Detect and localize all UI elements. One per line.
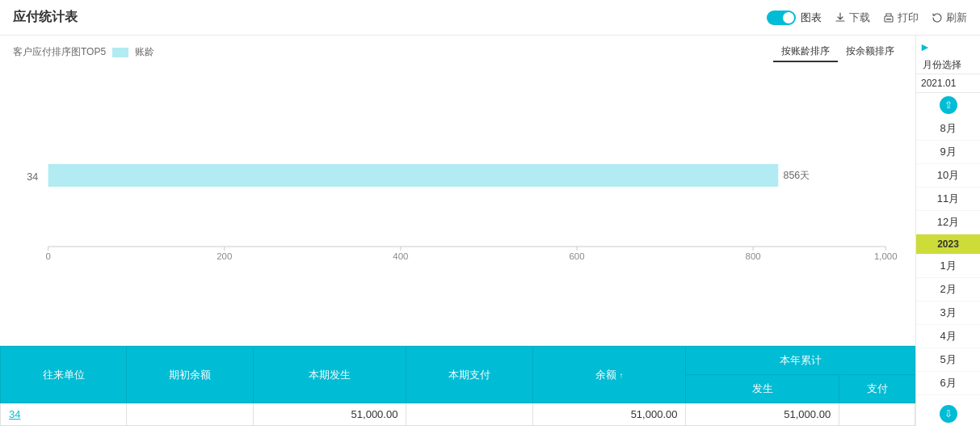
month-item-jan[interactable]: 1月: [916, 255, 980, 278]
th-balance: 余额 ↑: [532, 347, 686, 403]
company-cell[interactable]: 34: [1, 403, 127, 426]
th-ytd-group: 本年累计: [686, 347, 915, 375]
chart-label: 图表: [801, 11, 822, 25]
sidebar-nav-down: ⇩: [916, 402, 980, 426]
month-item-dec[interactable]: 12月: [916, 211, 980, 234]
svg-text:34: 34: [27, 171, 38, 183]
svg-text:400: 400: [393, 251, 408, 261]
th-opening-balance: 期初余额: [127, 347, 253, 403]
month-item-mar[interactable]: 3月: [916, 302, 980, 325]
period-pay-cell: [406, 403, 532, 426]
svg-rect-1: [886, 19, 891, 20]
month-item-oct[interactable]: 10月: [916, 164, 980, 188]
th-period-pay: 本期支付: [406, 347, 532, 403]
svg-text:856天: 856天: [784, 170, 810, 181]
table-section: 往来单位 期初余额 本期发生 本期支付 余额 ↑ 本年累计 发生: [0, 345, 915, 426]
ytd-occur-cell: 51,000.00: [686, 403, 839, 426]
month-up-button[interactable]: ⇧: [940, 96, 957, 114]
month-down-button[interactable]: ⇩: [940, 405, 957, 423]
download-icon: [835, 12, 846, 23]
refresh-label: 刷新: [946, 11, 967, 25]
period-occur-cell: 51,000.00: [253, 403, 406, 426]
header-actions: 图表 下载 打印 刷新: [767, 11, 967, 25]
svg-text:1,000: 1,000: [874, 251, 898, 261]
bar-chart: 34 856天 0 200 400 600 800 1,000: [13, 69, 902, 279]
print-button[interactable]: 打印: [883, 11, 919, 25]
th-period-occur: 本期发生: [253, 347, 406, 403]
month-item-nov[interactable]: 11月: [916, 188, 980, 211]
download-label: 下载: [849, 11, 870, 25]
print-label: 打印: [898, 11, 919, 25]
month-item-jul[interactable]: 7月: [916, 395, 980, 402]
month-item-aug[interactable]: 8月: [916, 117, 980, 141]
table-row: 34 51,000.00 51,000.00 51,000.00: [1, 403, 915, 426]
refresh-button[interactable]: 刷新: [932, 11, 967, 25]
opening-balance-cell: [127, 403, 253, 426]
month-item-apr[interactable]: 4月: [916, 325, 980, 348]
sidebar-nav-up: ⇧: [916, 93, 980, 117]
month-list: 8月 9月 10月 11月 12月 2023 1月 2月 3月 4月 5月 6月…: [916, 117, 980, 402]
legend-label: 账龄: [135, 45, 154, 59]
svg-text:200: 200: [217, 251, 232, 261]
ytd-pay-cell: [839, 403, 915, 426]
svg-text:600: 600: [569, 251, 584, 261]
svg-text:0: 0: [45, 251, 50, 261]
page-title: 应付统计表: [13, 9, 78, 26]
sort-buttons: 按账龄排序 按余额排序: [773, 42, 902, 62]
svg-text:800: 800: [746, 251, 761, 261]
month-item-jun[interactable]: 6月: [916, 372, 980, 395]
sort-by-age-button[interactable]: 按账龄排序: [773, 42, 838, 62]
chart-title: 客户应付排序图TOP5: [13, 45, 106, 59]
chart-legend: 客户应付排序图TOP5 账龄: [13, 45, 154, 59]
th-company: 往来单位: [1, 347, 127, 403]
month-item-may[interactable]: 5月: [916, 348, 980, 372]
chart-toggle[interactable]: [767, 11, 796, 25]
year-input[interactable]: [916, 74, 980, 93]
legend-box: [112, 48, 128, 57]
chart-wrapper: 34 856天 0 200 400 600 800 1,000: [0, 69, 915, 345]
download-button[interactable]: 下载: [835, 11, 870, 25]
year-marker-2023[interactable]: 2023: [916, 234, 980, 255]
sidebar-collapse-icon[interactable]: ►: [919, 40, 931, 53]
balance-sort-icon: ↑: [619, 371, 623, 380]
data-table: 往来单位 期初余额 本期发生 本期支付 余额 ↑ 本年累计 发生: [0, 346, 915, 426]
print-icon: [883, 12, 894, 23]
right-sidebar: ► 月份选择 ⇧ 8月 9月 10月 11月 12月 2023 1月 2月 3月…: [915, 36, 980, 426]
sort-by-balance-button[interactable]: 按余额排序: [838, 42, 902, 62]
th-ytd-occur: 发生: [686, 375, 839, 403]
month-item-feb[interactable]: 2月: [916, 278, 980, 302]
refresh-icon: [932, 12, 943, 23]
th-ytd-pay: 支付: [839, 375, 915, 403]
sidebar-title: 月份选择: [916, 53, 980, 74]
chart-toggle-wrap[interactable]: 图表: [767, 11, 822, 25]
month-item-sep[interactable]: 9月: [916, 141, 980, 164]
bar-rect: [48, 164, 779, 187]
balance-cell: 51,000.00: [532, 403, 686, 426]
